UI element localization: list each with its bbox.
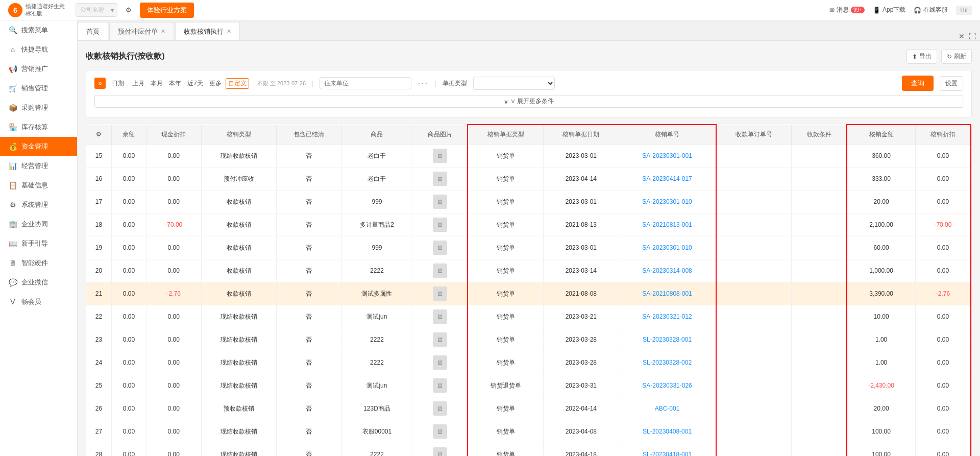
date-btn-last-month[interactable]: 上月 xyxy=(130,78,146,89)
cell-goods: 2222 xyxy=(341,443,412,457)
cell-writeoff_type: 现结收款核销 xyxy=(201,328,276,351)
date-btn-this-year[interactable]: 本年 xyxy=(167,78,183,89)
date-btn-this-month[interactable]: 本月 xyxy=(149,78,165,89)
industry-btn[interactable]: 体验行业方案 xyxy=(140,3,194,18)
cell-writeoff_amount: 360.00 xyxy=(847,145,915,167)
table-row: 160.000.00预付冲应收否老白干🖼销货单2023-04-14SA-2023… xyxy=(86,167,971,190)
doc-type-select[interactable] xyxy=(473,77,555,90)
filter-expand-btn[interactable]: » xyxy=(94,78,106,89)
cell-writeoff_doc_type: 销货单 xyxy=(468,351,543,374)
sidebar-item-corp[interactable]: 🏢 企业协同 xyxy=(0,214,77,234)
expand-conditions-btn[interactable]: ∨ ∨ 展开更多条件 xyxy=(94,95,963,108)
cell-writeoff_doc_no[interactable]: SL-20230408-001 xyxy=(619,420,716,443)
cell-balance: 0.00 xyxy=(111,397,146,420)
cell-goods: 测试多属性 xyxy=(341,282,412,305)
sidebar-item-purchase[interactable]: 📦 采购管理 xyxy=(0,98,77,117)
cell-goods: 2222 xyxy=(341,259,412,282)
sidebar-item-guide[interactable]: 📖 新手引导 xyxy=(0,234,77,253)
cell-writeoff_doc_no[interactable]: SA-20210808-001 xyxy=(619,282,716,305)
sidebar-item-sales[interactable]: 🛒 销售管理 xyxy=(0,79,77,98)
top-bar-center: 公司名称 ▾ ⚙ 体验行业方案 xyxy=(76,3,823,18)
cell-writeoff_doc_no[interactable]: SA-20230314-008 xyxy=(619,259,716,282)
table-header-row: ⚙ 余额 现金折扣 核销类型 包含已结清 商品 商品图片 核销单据类型 核销单据… xyxy=(86,125,971,145)
cell-receipt_order_no xyxy=(716,305,792,328)
cell-writeoff_type: 现结收款核销 xyxy=(201,420,276,443)
date-btn-7days[interactable]: 近7天 xyxy=(185,78,205,89)
cell-include_settled: 否 xyxy=(277,282,342,305)
cell-balance: 0.00 xyxy=(111,259,146,282)
tab-receipt[interactable]: 收款核销执行 ✕ xyxy=(175,22,240,40)
cell-writeoff_doc_no[interactable]: SA-20230321-012 xyxy=(619,305,716,328)
search-button[interactable]: 查询 xyxy=(902,76,934,91)
sidebar-item-shortcut[interactable]: ⌂ 快捷导航 xyxy=(0,40,77,59)
cell-goods-image: 🖼 xyxy=(412,213,468,236)
cell-receipt_order_no xyxy=(716,236,792,259)
settings-button[interactable]: 设置 xyxy=(940,76,963,91)
cell-balance: 0.00 xyxy=(111,305,146,328)
cell-include_settled: 否 xyxy=(277,236,342,259)
tabs-bar: 首页 预付冲应付单 ✕ 收款核销执行 ✕ ✕ ⛶ xyxy=(78,20,980,41)
cell-balance: 0.00 xyxy=(111,374,146,397)
messages-btn[interactable]: ✉ 消息 99+ xyxy=(829,6,865,14)
cell-writeoff_type: 现结收款核销 xyxy=(201,305,276,328)
cell-no: 26 xyxy=(86,397,111,420)
tab-prepay-close[interactable]: ✕ xyxy=(161,28,165,35)
cell-receipt_order_no xyxy=(716,167,792,190)
cell-goods: 老白干 xyxy=(341,167,412,190)
cell-writeoff_doc_no[interactable]: SA-20230301-010 xyxy=(619,190,716,213)
cell-writeoff_doc_no[interactable]: SA-20230301-010 xyxy=(619,236,716,259)
refresh-button[interactable]: ↻ 刷新 xyxy=(941,49,972,64)
cell-writeoff_discount: 0.00 xyxy=(915,374,971,397)
cell-goods: 2222 xyxy=(341,351,412,374)
sidebar-item-system[interactable]: ⚙ 系统管理 xyxy=(0,195,77,214)
export-button[interactable]: ⬆ 导出 xyxy=(906,49,937,64)
sidebar-item-basic[interactable]: 📋 基础信息 xyxy=(0,176,77,195)
cell-writeoff_doc_no[interactable]: SL-20230418-001 xyxy=(619,443,716,457)
sidebar-item-hardware[interactable]: 🖥 智能硬件 xyxy=(0,253,77,273)
sidebar-item-finance[interactable]: 💰 资金管理 xyxy=(0,137,77,156)
cell-goods-image: 🖼 xyxy=(412,443,468,457)
sidebar-item-marketing[interactable]: 📢 营销推广 xyxy=(0,59,77,79)
cell-writeoff_doc_no[interactable]: SA-20210813-001 xyxy=(619,213,716,236)
cell-goods-image: 🖼 xyxy=(412,374,468,397)
settings-gear-button[interactable]: ⚙ xyxy=(121,3,136,17)
cell-writeoff_doc_no[interactable]: SA-20230331-026 xyxy=(619,374,716,397)
user-name[interactable]: Rit xyxy=(956,6,972,15)
cell-receipt_order_no xyxy=(716,351,792,374)
tab-fullscreen[interactable]: ⛶ xyxy=(969,32,976,40)
cell-writeoff_doc_no[interactable]: ABC-001 xyxy=(619,397,716,420)
cell-goods-image: 🖼 xyxy=(412,397,468,420)
cell-cash_discount: -2.76 xyxy=(146,282,201,305)
date-btn-more[interactable]: 更多 xyxy=(207,78,224,89)
cell-writeoff_type: 收款核销 xyxy=(201,190,276,213)
cell-writeoff_type: 预付冲应收 xyxy=(201,167,276,190)
th-settings[interactable]: ⚙ xyxy=(86,125,111,145)
search-icon: 🔍 xyxy=(8,26,17,34)
company-select[interactable]: 公司名称 ▾ xyxy=(76,3,117,17)
cell-writeoff_doc_no[interactable]: SL-20230328-001 xyxy=(619,328,716,351)
sidebar-item-search[interactable]: 🔍 搜索菜单 xyxy=(0,20,77,40)
cell-writeoff_doc_no[interactable]: SL-20230328-002 xyxy=(619,351,716,374)
cell-writeoff_doc_no[interactable]: SA-20230414-017 xyxy=(619,167,716,190)
tab-receipt-close[interactable]: ✕ xyxy=(227,28,231,35)
cell-writeoff_doc_no[interactable]: SA-20230301-001 xyxy=(619,145,716,167)
table-wrapper: ⚙ 余额 现金折扣 核销类型 包含已结清 商品 商品图片 核销单据类型 核销单据… xyxy=(86,124,972,456)
tab-close-all[interactable]: ✕ xyxy=(959,32,965,40)
cell-goods-image: 🖼 xyxy=(412,167,468,190)
sidebar-item-operations[interactable]: 📊 经营管理 xyxy=(0,156,77,176)
cell-goods: 多计量商品2 xyxy=(341,213,412,236)
app-download-btn[interactable]: 📱 App下载 xyxy=(873,6,905,14)
online-service-btn[interactable]: 🎧 在线客服 xyxy=(914,6,948,14)
counterparty-input[interactable] xyxy=(320,77,411,89)
cell-writeoff_doc_date: 2022-04-14 xyxy=(544,397,619,420)
cell-writeoff_discount: 0.00 xyxy=(915,236,971,259)
date-btn-custom[interactable]: 自定义 xyxy=(226,78,249,89)
th-balance: 余额 xyxy=(111,125,146,145)
tab-prepay[interactable]: 预付冲应付单 ✕ xyxy=(109,22,174,40)
filter-bar: » 日期 上月 本月 本年 近7天 更多 自定义 不限 至 2023-07-26… xyxy=(86,70,972,117)
sidebar-item-inventory[interactable]: 🏪 库存核算 xyxy=(0,117,77,137)
sidebar-item-member[interactable]: V 畅会员 xyxy=(0,292,77,311)
tab-home[interactable]: 首页 xyxy=(78,22,108,40)
sidebar-item-wechat[interactable]: 💬 企业微信 xyxy=(0,273,77,292)
cell-receipt_condition xyxy=(792,145,847,167)
